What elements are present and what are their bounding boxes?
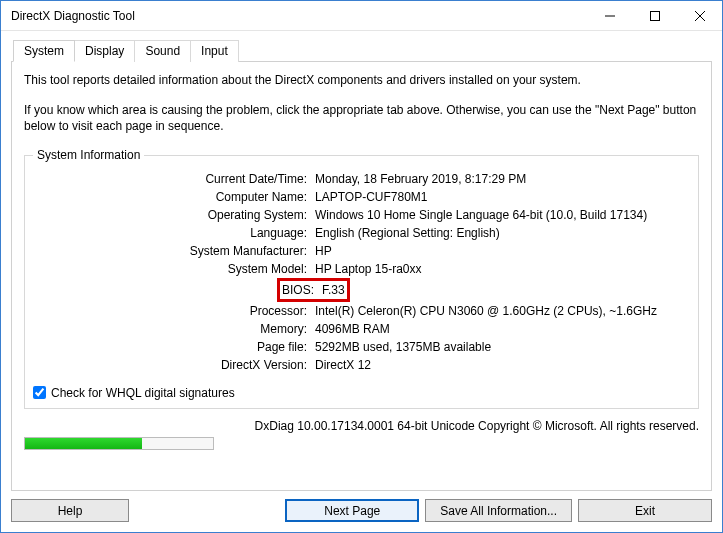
value-pagefile: 5292MB used, 1375MB available	[311, 338, 690, 356]
value-os: Windows 10 Home Single Language 64-bit (…	[311, 206, 690, 224]
window-controls	[587, 1, 722, 30]
tab-sound[interactable]: Sound	[134, 40, 191, 62]
label-manufacturer: System Manufacturer:	[33, 242, 311, 260]
tab-display[interactable]: Display	[74, 40, 135, 62]
whql-check-row: Check for WHQL digital signatures	[33, 386, 690, 400]
row-pagefile: Page file: 5292MB used, 1375MB available	[33, 338, 690, 356]
row-computer: Computer Name: LAPTOP-CUF780M1	[33, 188, 690, 206]
progress-bar	[24, 437, 214, 450]
close-icon	[695, 11, 705, 21]
system-info-list: Current Date/Time: Monday, 18 February 2…	[33, 166, 690, 378]
intro-text: This tool reports detailed information a…	[24, 72, 699, 149]
value-manufacturer: HP	[311, 242, 690, 260]
tab-system[interactable]: System	[13, 40, 75, 62]
row-bios: BIOS: F.33	[33, 278, 690, 302]
label-pagefile: Page file:	[33, 338, 311, 356]
row-memory: Memory: 4096MB RAM	[33, 320, 690, 338]
label-processor: Processor:	[33, 302, 311, 320]
progress-row	[24, 437, 699, 450]
value-computer: LAPTOP-CUF780M1	[311, 188, 690, 206]
tab-input[interactable]: Input	[190, 40, 239, 62]
value-dxversion: DirectX 12	[311, 356, 690, 374]
value-datetime: Monday, 18 February 2019, 8:17:29 PM	[311, 170, 690, 188]
minimize-button[interactable]	[587, 1, 632, 30]
label-os: Operating System:	[33, 206, 311, 224]
row-dxversion: DirectX Version: DirectX 12	[33, 356, 690, 374]
button-row: Help Next Page Save All Information... E…	[11, 499, 712, 522]
row-datetime: Current Date/Time: Monday, 18 February 2…	[33, 170, 690, 188]
row-processor: Processor: Intel(R) Celeron(R) CPU N3060…	[33, 302, 690, 320]
progress-fill	[25, 438, 142, 449]
value-memory: 4096MB RAM	[311, 320, 690, 338]
minimize-icon	[605, 11, 615, 21]
label-datetime: Current Date/Time:	[33, 170, 311, 188]
label-computer: Computer Name:	[33, 188, 311, 206]
save-all-button[interactable]: Save All Information...	[425, 499, 572, 522]
intro-line-2: If you know which area is causing the pr…	[24, 102, 699, 134]
window-title: DirectX Diagnostic Tool	[1, 9, 587, 23]
label-dxversion: DirectX Version:	[33, 356, 311, 374]
maximize-button[interactable]	[632, 1, 677, 30]
intro-line-1: This tool reports detailed information a…	[24, 72, 699, 88]
tab-panel-system: This tool reports detailed information a…	[11, 61, 712, 491]
next-page-button[interactable]: Next Page	[285, 499, 419, 522]
footer-text: DxDiag 10.00.17134.0001 64-bit Unicode C…	[24, 419, 699, 433]
row-manufacturer: System Manufacturer: HP	[33, 242, 690, 260]
label-model: System Model:	[33, 260, 311, 278]
svg-rect-1	[650, 11, 659, 20]
tab-strip: System Display Sound Input	[13, 40, 712, 62]
bios-highlight: BIOS: F.33	[277, 278, 350, 302]
value-model: HP Laptop 15-ra0xx	[311, 260, 690, 278]
whql-checkbox[interactable]	[33, 386, 46, 399]
help-button[interactable]: Help	[11, 499, 129, 522]
row-language: Language: English (Regional Setting: Eng…	[33, 224, 690, 242]
group-title: System Information	[33, 148, 144, 162]
label-bios: BIOS:	[282, 281, 318, 299]
content-area: System Display Sound Input This tool rep…	[1, 31, 722, 532]
maximize-icon	[650, 11, 660, 21]
value-language: English (Regional Setting: English)	[311, 224, 690, 242]
value-bios: F.33	[318, 281, 345, 299]
label-memory: Memory:	[33, 320, 311, 338]
whql-label: Check for WHQL digital signatures	[51, 386, 235, 400]
exit-button[interactable]: Exit	[578, 499, 712, 522]
titlebar: DirectX Diagnostic Tool	[1, 1, 722, 31]
label-language: Language:	[33, 224, 311, 242]
row-model: System Model: HP Laptop 15-ra0xx	[33, 260, 690, 278]
system-information-group: System Information Current Date/Time: Mo…	[24, 155, 699, 409]
app-window: DirectX Diagnostic Tool System Display S…	[0, 0, 723, 533]
close-button[interactable]	[677, 1, 722, 30]
row-os: Operating System: Windows 10 Home Single…	[33, 206, 690, 224]
value-processor: Intel(R) Celeron(R) CPU N3060 @ 1.60GHz …	[311, 302, 690, 320]
